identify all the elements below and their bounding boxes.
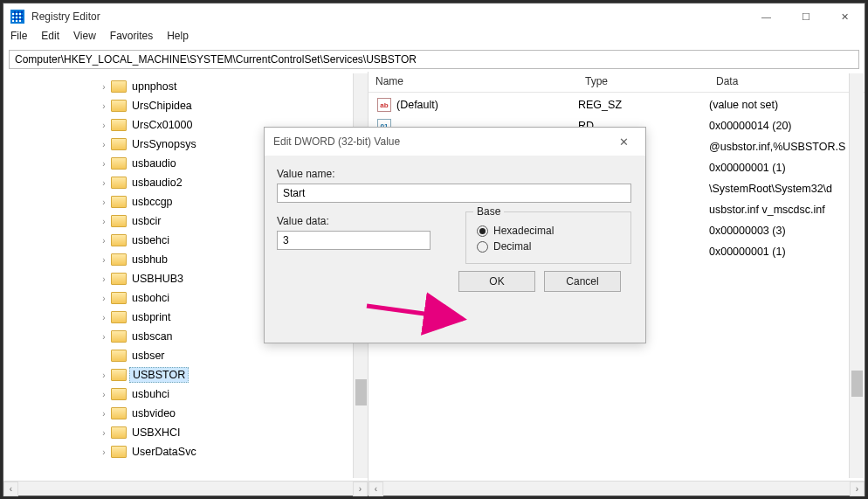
- tree-label: UserDataSvc: [129, 445, 199, 459]
- folder-icon: [111, 100, 127, 112]
- expand-icon[interactable]: ›: [100, 178, 108, 188]
- address-bar[interactable]: Computer\HKEY_LOCAL_MACHINE\SYSTEM\Curre…: [9, 50, 859, 69]
- tree-label: usbvideo: [129, 406, 178, 420]
- tree-label: UrsCx01000: [129, 118, 195, 132]
- expand-icon[interactable]: ›: [100, 101, 108, 111]
- tree-label: usbcir: [129, 214, 163, 228]
- dialog-title: Edit DWORD (32-bit) Value: [273, 135, 610, 148]
- expand-icon[interactable]: ›: [100, 121, 108, 130]
- menu-file[interactable]: File: [10, 30, 27, 47]
- menu-favorites[interactable]: Favorites: [110, 30, 153, 47]
- expand-icon[interactable]: ›: [100, 255, 108, 265]
- expand-icon[interactable]: ›: [100, 390, 108, 399]
- value-row[interactable]: ab(Default)REG_SZ(value not set): [369, 94, 865, 115]
- tree-label: usbscan: [129, 329, 176, 343]
- tree-item-usbxhci[interactable]: ›USBXHCI: [100, 423, 368, 442]
- tree-label: USBXHCI: [129, 426, 183, 440]
- scroll-thumb[interactable]: [355, 379, 367, 405]
- list-header[interactable]: Name Type Data: [369, 72, 865, 93]
- radio-hexadecimal[interactable]: Hexadecimal: [477, 225, 620, 237]
- expand-icon[interactable]: ›: [100, 313, 108, 322]
- radio-dot-icon: [477, 241, 488, 253]
- scroll-left-icon[interactable]: ‹: [3, 482, 18, 496]
- menu-help[interactable]: Help: [167, 30, 189, 47]
- folder-icon: [111, 157, 127, 170]
- menu-view[interactable]: View: [73, 30, 96, 47]
- scroll-right-icon[interactable]: ›: [353, 482, 368, 496]
- tree-hscrollbar[interactable]: ‹ ›: [3, 481, 368, 496]
- maximize-button[interactable]: ☐: [786, 3, 825, 30]
- tree-item-userdatasvc[interactable]: ›UserDataSvc: [100, 442, 368, 461]
- window-title: Registry Editor: [31, 10, 747, 23]
- tree-label: usbaudio2: [129, 176, 185, 190]
- tree-item-usbvideo[interactable]: ›usbvideo: [100, 404, 368, 423]
- value-data: (value not set): [709, 99, 865, 111]
- expand-icon[interactable]: ›: [100, 82, 108, 92]
- tree-label: usbehci: [129, 233, 172, 247]
- address-text: Computer\HKEY_LOCAL_MACHINE\SYSTEM\Curre…: [15, 53, 417, 66]
- tree-item-usbser[interactable]: usbser: [100, 346, 368, 365]
- close-button[interactable]: ✕: [825, 3, 865, 30]
- value-name-input[interactable]: [277, 184, 631, 203]
- col-data[interactable]: Data: [709, 72, 865, 92]
- scroll-thumb[interactable]: [851, 371, 863, 397]
- folder-icon: [111, 196, 127, 208]
- app-icon: [10, 10, 24, 24]
- expand-icon[interactable]: ›: [100, 447, 108, 457]
- list-vscrollbar[interactable]: [849, 73, 864, 478]
- folder-icon: [111, 253, 127, 266]
- tree-label: usbprint: [129, 310, 173, 324]
- value-name: (Default): [396, 99, 438, 111]
- list-hscrollbar[interactable]: ‹ ›: [369, 481, 865, 496]
- tree-label: UrsSynopsys: [129, 137, 199, 151]
- value-type: REG_SZ: [578, 99, 709, 111]
- expand-icon[interactable]: ›: [100, 198, 108, 207]
- radio-decimal[interactable]: Decimal: [477, 240, 620, 253]
- expand-icon[interactable]: ›: [100, 294, 108, 303]
- value-data: 0x00000003 (3): [709, 225, 865, 237]
- minimize-button[interactable]: —: [747, 3, 786, 30]
- value-name-label: Value name:: [277, 168, 633, 180]
- ok-button[interactable]: OK: [458, 271, 535, 292]
- folder-icon: [111, 80, 127, 93]
- tree-item-urschipidea[interactable]: ›UrsChipidea: [100, 96, 368, 115]
- tree-label: usbhub: [129, 253, 170, 267]
- value-data: 0x00000014 (20): [709, 120, 865, 132]
- expand-icon[interactable]: ›: [100, 428, 108, 438]
- expand-icon[interactable]: ›: [100, 332, 108, 342]
- tree-label: USBHUB3: [129, 272, 186, 286]
- expand-icon[interactable]: ›: [100, 409, 108, 419]
- expand-icon[interactable]: ›: [100, 371, 108, 380]
- dialog-close-button[interactable]: ✕: [610, 135, 637, 149]
- col-type[interactable]: Type: [578, 72, 709, 92]
- tree-item-upnphost[interactable]: ›upnphost: [100, 77, 368, 96]
- folder-icon: [111, 388, 127, 400]
- expand-icon[interactable]: ›: [100, 236, 108, 246]
- folder-icon: [111, 273, 127, 285]
- scroll-right-icon[interactable]: ›: [850, 482, 865, 496]
- base-group: Base Hexadecimal Decimal: [465, 211, 631, 264]
- dialog-titlebar[interactable]: Edit DWORD (32-bit) Value ✕: [265, 128, 645, 156]
- value-data-label: Value data:: [277, 215, 431, 227]
- titlebar[interactable]: Registry Editor — ☐ ✕: [3, 3, 865, 30]
- scroll-left-icon[interactable]: ‹: [369, 482, 383, 496]
- cancel-button[interactable]: Cancel: [544, 271, 621, 292]
- tree-label: usbser: [129, 349, 168, 363]
- tree-label: usbaudio: [129, 156, 179, 170]
- expand-icon[interactable]: ›: [100, 140, 108, 149]
- folder-icon: [111, 138, 127, 150]
- value-data-input[interactable]: [277, 231, 431, 250]
- col-name[interactable]: Name: [369, 72, 578, 92]
- expand-icon[interactable]: ›: [100, 159, 108, 169]
- tree-item-usbstor[interactable]: ›USBSTOR: [100, 365, 368, 385]
- menu-edit[interactable]: Edit: [41, 30, 59, 47]
- value-data: usbstor.inf v_mscdsc.inf: [709, 204, 865, 216]
- radio-hex-label: Hexadecimal: [493, 225, 554, 237]
- folder-icon: [111, 426, 127, 439]
- dialog-body: Value name: Value data: Base Hexadecimal…: [265, 156, 645, 301]
- expand-icon[interactable]: ›: [100, 217, 108, 226]
- value-data: \SystemRoot\System32\d: [709, 183, 865, 195]
- tree-item-usbuhci[interactable]: ›usbuhci: [100, 385, 368, 404]
- expand-icon[interactable]: ›: [100, 274, 108, 284]
- value-icon: ab: [377, 98, 391, 112]
